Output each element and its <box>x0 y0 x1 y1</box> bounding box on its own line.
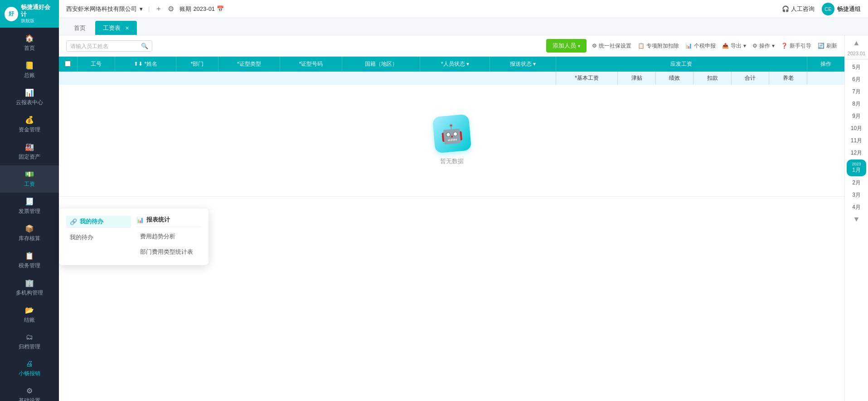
calendar-icon: 📅 <box>217 5 224 12</box>
month-item-2[interactable]: 7月 <box>845 86 868 98</box>
tab-home[interactable]: 首页 <box>66 21 93 35</box>
month-item-8[interactable]: 20231月 <box>847 159 866 176</box>
social-insurance-label: 统一社保设置 <box>599 42 631 50</box>
month-nav-up[interactable]: ▲ <box>851 37 862 49</box>
guide-label: 新手引导 <box>790 42 811 50</box>
popup-section-report: 📊 报表统计 费用趋势分析 部门费用类型统计表 <box>136 216 201 258</box>
search-box[interactable]: 🔍 <box>66 40 152 52</box>
period-label: 账期 <box>179 5 191 13</box>
sidebar-item-4[interactable]: 🏭固定资产 <box>0 138 59 165</box>
user-menu[interactable]: CE 畅捷通组 <box>822 3 861 15</box>
sidebar-item-11[interactable]: 🗂归档管理 <box>0 329 59 355</box>
sidebar-icon-4: 🏭 <box>25 143 34 151</box>
month-item-10[interactable]: 3月 <box>845 189 868 201</box>
export-dropdown-icon: ▾ <box>743 43 746 49</box>
table-sub-header-row: *基本工资 津贴 绩效 扣款 合计 养老 <box>59 72 844 85</box>
select-all-checkbox[interactable] <box>65 61 71 67</box>
header-status[interactable]: *人员状态 ▾ <box>420 57 490 72</box>
popup-menu: 🔗 我的待办 我的待办 📊 报表统计 费用趋势分析 部门费用类型统计表 <box>59 208 209 265</box>
popup-item-todo[interactable]: 我的待办 <box>66 232 131 243</box>
month-item-7[interactable]: 12月 <box>845 147 868 159</box>
month-item-0[interactable]: 5月 <box>845 61 868 73</box>
consult-label: 人工咨询 <box>791 5 815 13</box>
guide-icon: ❓ <box>781 43 788 49</box>
popup-todo-title[interactable]: 🔗 我的待办 <box>66 216 131 228</box>
month-item-4[interactable]: 9月 <box>845 110 868 122</box>
sidebar-icon-12: 🖨 <box>26 360 33 368</box>
consult-button[interactable]: 🎧 人工咨询 <box>782 5 815 13</box>
operation-action[interactable]: ⚙ 操作 ▾ <box>752 42 775 50</box>
right-panel-title: 2023.01 <box>845 49 868 59</box>
checkbox-header[interactable] <box>59 57 77 72</box>
header-name[interactable]: ⬆⬇ *姓名 <box>115 57 176 72</box>
month-nav-down[interactable]: ▼ <box>851 213 862 225</box>
sidebar-item-2[interactable]: 📊云报表中心 <box>0 84 59 111</box>
add-person-dropdown-icon: ▾ <box>578 43 580 48</box>
sidebar-icon-8: 📋 <box>25 251 34 260</box>
sidebar-item-3[interactable]: 💰资金管理 <box>0 111 59 138</box>
month-item-6[interactable]: 11月 <box>845 135 868 147</box>
sidebar-item-9[interactable]: 🏢多机构管理 <box>0 274 59 301</box>
sidebar-item-1[interactable]: 📒总账 <box>0 57 59 84</box>
social-insurance-icon: ⚙ <box>592 43 597 49</box>
sidebar-label-5: 工资 <box>24 180 35 188</box>
header-empno: 工号 <box>77 57 115 72</box>
tab-payroll[interactable]: 工资表 ✕ <box>95 21 137 35</box>
month-item-9[interactable]: 2月 <box>845 177 868 189</box>
payroll-table: 工号 ⬆⬇ *姓名 *部门 *证型类型 *证型号码 国籍（地区） *人员状态 ▾… <box>59 57 844 197</box>
tab-home-label: 首页 <box>74 24 86 31</box>
popup-report-title[interactable]: 📊 报表统计 <box>136 216 201 227</box>
popup-todo-icon: 🔗 <box>70 218 77 225</box>
sidebar-icon-10: 📂 <box>25 306 34 314</box>
deduction-action[interactable]: 📋 专项附加扣除 <box>638 42 679 50</box>
month-item-1[interactable]: 6月 <box>845 73 868 86</box>
sidebar-item-13[interactable]: ⚙基础设置 <box>0 382 59 401</box>
username: 畅捷通组 <box>837 5 861 13</box>
refresh-label: 刷新 <box>826 42 837 50</box>
settings-icon[interactable]: ⚙ <box>168 5 174 13</box>
toolbar-actions: ⚙ 统一社保设置 📋 专项附加扣除 📊 个税申报 📤 导出 ▾ <box>592 42 837 50</box>
refresh-action[interactable]: 🔄 刷新 <box>818 42 837 50</box>
table-header-row: 工号 ⬆⬇ *姓名 *部门 *证型类型 *证型号码 国籍（地区） *人员状态 ▾… <box>59 57 844 72</box>
app-logo[interactable]: 好 畅捷通好会计 旗舰版 <box>0 0 59 28</box>
sub-header-deduction: 扣款 <box>693 72 731 85</box>
sidebar-icon-6: 🧾 <box>25 197 34 206</box>
month-item-5[interactable]: 10月 <box>845 122 868 135</box>
popup-item-trend[interactable]: 费用趋势分析 <box>136 231 201 242</box>
popup-item-dept-stats[interactable]: 部门费用类型统计表 <box>136 246 201 258</box>
period-selector[interactable]: 账期 2023-01 📅 <box>179 5 224 13</box>
social-insurance-action[interactable]: ⚙ 统一社保设置 <box>592 42 631 50</box>
sidebar-item-7[interactable]: 📦库存核算 <box>0 220 59 247</box>
sidebar-icon-3: 💰 <box>25 116 34 124</box>
sidebar-item-8[interactable]: 📋税务管理 <box>0 247 59 274</box>
sidebar-item-6[interactable]: 🧾发票管理 <box>0 193 59 220</box>
tax-report-icon: 📊 <box>685 43 692 49</box>
add-company-button[interactable]: ＋ <box>155 4 162 14</box>
guide-action[interactable]: ❓ 新手引导 <box>781 42 811 50</box>
sidebar-item-5[interactable]: 💵工资 <box>0 165 59 193</box>
sidebar-item-12[interactable]: 🖨小畅报销 <box>0 355 59 382</box>
right-panel: ▲ 2023.01 5月6月7月8月9月10月11月12月20231月2月3月4… <box>844 35 868 401</box>
export-action[interactable]: 📤 导出 ▾ <box>722 42 746 50</box>
sidebar-label-13: 基础设置 <box>19 397 40 401</box>
header-report-status[interactable]: 报送状态 ▾ <box>490 57 556 72</box>
tab-payroll-label: 工资表 <box>103 24 121 31</box>
search-input[interactable] <box>70 43 138 49</box>
header-dept: *部门 <box>176 57 218 72</box>
search-icon[interactable]: 🔍 <box>141 43 148 49</box>
app-sub: 旗舰版 <box>21 18 54 24</box>
deduction-label: 专项附加扣除 <box>646 42 679 50</box>
tax-report-action[interactable]: 📊 个税申报 <box>685 42 716 50</box>
tab-close-icon[interactable]: ✕ <box>125 25 129 31</box>
company-selector[interactable]: 西安虾米网络科技有限公司 ▾ <box>66 5 143 13</box>
sub-header-total: 合计 <box>731 72 769 85</box>
sidebar-item-0[interactable]: 🏠首页 <box>0 29 59 57</box>
add-person-button[interactable]: 添加人员 ▾ <box>546 39 587 53</box>
sidebar-item-10[interactable]: 📂结账 <box>0 301 59 329</box>
tax-report-label: 个税申报 <box>694 42 716 50</box>
app-name: 畅捷通好会计 <box>21 4 54 18</box>
month-item-3[interactable]: 8月 <box>845 98 868 110</box>
sidebar-label-4: 固定资产 <box>19 153 40 161</box>
deduction-icon: 📋 <box>638 43 645 49</box>
month-item-11[interactable]: 4月 <box>845 201 868 213</box>
